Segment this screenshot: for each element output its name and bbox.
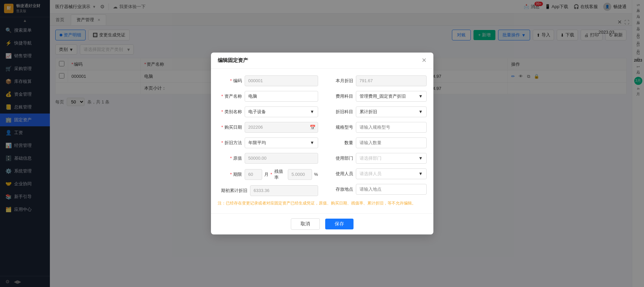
name-input[interactable]	[245, 91, 318, 102]
edit-modal: 编辑固定资产 ✕ * 编码 * 资产名称	[211, 53, 433, 234]
use-dept-placeholder: 请选择部门	[360, 155, 381, 161]
residual-input[interactable]	[288, 169, 312, 180]
initial-dep-input[interactable]	[250, 185, 318, 196]
spec-model-input[interactable]	[356, 122, 427, 133]
category-value: 电子设备	[248, 109, 266, 115]
modal-footer: 取消 保存	[211, 213, 433, 234]
dep-subject-label: 折旧科目	[326, 109, 353, 115]
purchase-date-row: * 购买日期 📅	[218, 122, 318, 133]
dep-subject-arrow: ▼	[419, 109, 423, 114]
code-field-row: * 编码	[218, 75, 318, 86]
name-label: * 资产名称	[218, 93, 242, 99]
purchase-date-wrap: 📅	[245, 122, 318, 133]
period-label: * 期限	[218, 171, 242, 178]
use-person-select[interactable]: 请选择人员 ▼	[356, 168, 427, 179]
period-residual-fields: 月 * 残值率 %	[245, 168, 318, 181]
modal-body: * 编码 * 资产名称 * 类别名称	[211, 69, 433, 213]
period-input[interactable]	[245, 169, 262, 180]
monthly-dep-row: 本月折旧	[326, 75, 427, 86]
form-right: 本月折旧 费用科目 管理费用_固定资产折旧 ▼ 折旧科目	[326, 75, 427, 196]
form-grid: * 编码 * 资产名称 * 类别名称	[218, 75, 427, 196]
spec-model-row: 规格型号	[326, 122, 427, 133]
save-button[interactable]: 保存	[325, 219, 354, 229]
use-person-row: 使用人员 请选择人员 ▼	[326, 168, 427, 179]
dep-subject-value: 累计折旧	[360, 109, 377, 115]
original-value-label: * 原值	[218, 155, 242, 161]
dep-subject-select[interactable]: 累计折旧 ▼	[356, 106, 427, 117]
form-left: * 编码 * 资产名称 * 类别名称	[218, 75, 318, 196]
original-value-input[interactable]	[245, 153, 318, 164]
monthly-dep-label: 本月折旧	[326, 78, 353, 84]
category-arrow-icon: ▼	[310, 109, 314, 114]
quantity-row: 数量	[326, 137, 427, 148]
storage-row: 存放地点	[326, 184, 427, 195]
expense-subject-label: 费用科目	[326, 93, 353, 99]
period-residual-row: * 期限 月 * 残值率 %	[218, 168, 318, 181]
expense-subject-select[interactable]: 管理费用_固定资产折旧 ▼	[356, 91, 427, 102]
modal-note: 注：已经存在变更记录或者对应固定资产已经生成凭证，原值、购买日期、残值率、累计折…	[218, 200, 427, 206]
initial-dep-row: 期初累计折旧	[218, 185, 318, 196]
percent-sign: %	[314, 172, 318, 177]
modal-close-icon[interactable]: ✕	[422, 57, 427, 63]
use-person-label: 使用人员	[326, 171, 353, 177]
expense-subject-value: 管理费用_固定资产折旧	[360, 93, 406, 99]
use-dept-arrow: ▼	[419, 156, 423, 161]
storage-input[interactable]	[356, 184, 427, 195]
category-label: * 类别名称	[218, 109, 242, 115]
modal-title: 编辑固定资产	[218, 57, 248, 64]
use-dept-label: 使用部门	[326, 155, 353, 161]
purchase-date-input[interactable]	[245, 122, 318, 133]
dep-method-arrow: ▼	[310, 140, 314, 145]
name-field-row: * 资产名称	[218, 91, 318, 102]
use-dept-row: 使用部门 请选择部门 ▼	[326, 153, 427, 164]
period-unit: 月	[264, 171, 269, 178]
use-person-arrow: ▼	[419, 171, 423, 176]
expense-subject-arrow: ▼	[419, 94, 423, 99]
original-value-row: * 原值	[218, 153, 318, 164]
storage-label: 存放地点	[326, 186, 353, 192]
purchase-date-label: * 购买日期	[218, 124, 242, 130]
dep-method-row: * 折旧方法 年限平均 ▼	[218, 137, 318, 148]
quantity-input[interactable]	[356, 137, 427, 148]
dep-method-select[interactable]: 年限平均 ▼	[245, 137, 318, 148]
code-input[interactable]	[245, 75, 318, 86]
cancel-button[interactable]: 取消	[291, 218, 320, 230]
use-dept-select[interactable]: 请选择部门 ▼	[356, 153, 427, 164]
expense-subject-row: 费用科目 管理费用_固定资产折旧 ▼	[326, 91, 427, 102]
dep-method-label: * 折旧方法	[218, 140, 242, 146]
initial-dep-label: 期初累计折旧	[218, 188, 247, 194]
spec-model-label: 规格型号	[326, 124, 353, 130]
use-person-placeholder: 请选择人员	[360, 171, 381, 177]
modal-overlay[interactable]: 编辑固定资产 ✕ * 编码 * 资产名称	[0, 0, 644, 287]
quantity-label: 数量	[326, 140, 353, 146]
dep-subject-row: 折旧科目 累计折旧 ▼	[326, 106, 427, 117]
category-select[interactable]: 电子设备 ▼	[245, 106, 318, 117]
category-field-row: * 类别名称 电子设备 ▼	[218, 106, 318, 117]
code-label: * 编码	[218, 78, 242, 84]
monthly-dep-input[interactable]	[356, 75, 427, 86]
residual-label: 残值率	[274, 168, 286, 181]
residual-star: *	[271, 172, 272, 177]
dep-method-value: 年限平均	[248, 140, 266, 146]
modal-header: 编辑固定资产 ✕	[211, 53, 433, 69]
